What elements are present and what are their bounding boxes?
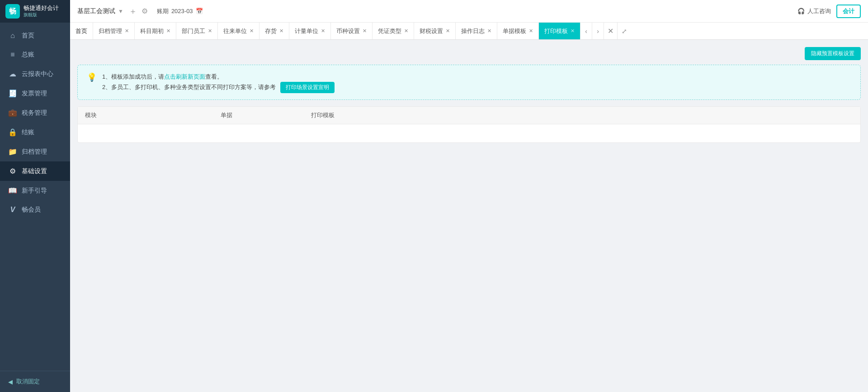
tab-home[interactable]: 首页 [70,23,93,40]
tab-inventory[interactable]: 存货 ✕ [259,23,289,40]
tab-inventory-close-icon[interactable]: ✕ [279,28,283,34]
info-line1-suffix: 查看。 [205,73,223,80]
tabs-prev-btn[interactable]: ‹ [580,23,592,40]
tab-print-template[interactable]: 打印模板 ✕ [539,23,580,40]
info-line2-prefix: 2、多员工、多打印机、多种业务类型设置不同打印方案等，请参考 [102,84,276,90]
main-area: 基层工会测试 ▼ ＋ ⚙ 账期 2023-03 📅 🎧 人工咨询 会计 首页 归… [70,0,868,392]
lightbulb-icon: 💡 [87,72,97,82]
sidebar-label-member: 畅会员 [22,206,41,214]
col-header-template: 打印模板 [304,111,860,119]
tab-dept-staff-label: 部门员工 [182,27,205,35]
sidebar-item-member[interactable]: V 畅会员 [0,200,70,219]
tab-archive-mgmt-label: 归档管理 [99,27,122,35]
ledger-icon: ≡ [8,51,17,59]
account-button[interactable]: 会计 [836,5,861,18]
col-header-single: 单据 [213,111,304,119]
tab-tax-close-icon[interactable]: ✕ [446,28,450,34]
sidebar-item-basic-settings[interactable]: ⚙ 基础设置 [0,161,70,181]
tab-contacts[interactable]: 往来单位 ✕ [218,23,259,40]
unpin-icon: ◀ [8,378,13,385]
sidebar-label-cloud: 云报表中心 [22,70,53,78]
topbar: 基层工会测试 ▼ ＋ ⚙ 账期 2023-03 📅 🎧 人工咨询 会计 [70,0,868,23]
company-name: 基层工会测试 [77,7,115,15]
invoice-icon: 🧾 [8,89,17,98]
info-line1: 1、模板添加成功后，请点击刷新新页面查看。 [102,71,335,82]
sidebar-nav: ⌂ 首页 ≡ 总账 ☁ 云报表中心 🧾 发票管理 💼 税务管理 🔒 结账 📁 归… [0,23,70,371]
sidebar-item-invoice[interactable]: 🧾 发票管理 [0,84,70,103]
tabs-bar: 首页 归档管理 ✕ 科目期初 ✕ 部门员工 ✕ 往来单位 ✕ 存货 ✕ 计量单位… [70,23,868,40]
tab-currency-close-icon[interactable]: ✕ [363,28,367,34]
print-scene-btn[interactable]: 打印场景设置宣明 [280,82,335,93]
service-label: 人工咨询 [807,7,831,15]
tab-dept-close-icon[interactable]: ✕ [208,28,212,34]
tab-single-close-icon[interactable]: ✕ [529,28,533,34]
archive-icon: 📁 [8,147,17,156]
sidebar-item-guide[interactable]: 📖 新手引导 [0,181,70,200]
tab-archive-mgmt[interactable]: 归档管理 ✕ [93,23,135,40]
tab-operation-log[interactable]: 操作日志 ✕ [456,23,497,40]
tab-voucher-type[interactable]: 凭证类型 ✕ [373,23,414,40]
tab-voucher-close-icon[interactable]: ✕ [404,28,408,34]
tab-unit[interactable]: 计量单位 ✕ [289,23,331,40]
tab-home-label: 首页 [75,27,87,35]
calendar-icon[interactable]: 📅 [196,8,203,14]
logo-icon: 畅 [5,4,20,19]
sidebar-footer-label: 取消固定 [16,378,40,386]
tab-dept-staff[interactable]: 部门员工 ✕ [176,23,218,40]
sidebar-logo: 畅 畅捷通好会计 旗舰版 [0,0,70,23]
tab-print-template-label: 打印模板 [544,27,568,35]
tab-currency[interactable]: 币种设置 ✕ [331,23,373,40]
action-top-row: 隐藏预置模板设置 [77,47,861,60]
tab-expand-btn[interactable]: ⤢ [618,23,631,40]
topbar-right: 🎧 人工咨询 会计 [797,5,861,18]
tab-print-close-icon[interactable]: ✕ [571,28,575,34]
tab-subject-close-icon[interactable]: ✕ [166,28,170,34]
tab-single-form-label: 单据模板 [503,27,526,35]
sidebar-item-archive[interactable]: 📁 归档管理 [0,142,70,161]
tab-operation-log-label: 操作日志 [461,27,485,35]
tab-unit-close-icon[interactable]: ✕ [321,28,325,34]
tab-currency-label: 币种设置 [336,27,360,35]
tabs-next-btn[interactable]: › [592,23,604,40]
period-display: 账期 2023-03 📅 [157,7,203,15]
tab-tax-settings[interactable]: 财税设置 ✕ [414,23,456,40]
print-template-table: 模块 单据 打印模板 [77,106,861,143]
info-box: 💡 1、模板添加成功后，请点击刷新新页面查看。 2、多员工、多打印机、多种业务类… [77,65,861,100]
tab-subject-period[interactable]: 科目期初 ✕ [135,23,176,40]
table-body [78,124,860,142]
tab-subject-period-label: 科目期初 [140,27,164,35]
sidebar-item-closing[interactable]: 🔒 结账 [0,123,70,142]
sidebar-label-tax: 税务管理 [22,109,47,117]
logo-subtitle: 旗舰版 [24,12,59,18]
logo-text-block: 畅捷通好会计 旗舰版 [24,5,59,19]
sidebar-item-home[interactable]: ⌂ 首页 [0,26,70,45]
sidebar-item-cloud-reports[interactable]: ☁ 云报表中心 [0,64,70,84]
tab-tax-settings-label: 财税设置 [420,27,443,35]
add-company-icon[interactable]: ＋ [129,6,137,17]
hide-template-btn[interactable]: 隐藏预置模板设置 [805,47,861,60]
period-value: 2023-03 [171,8,193,14]
guide-icon: 📖 [8,186,17,195]
home-icon: ⌂ [8,32,17,40]
account-label: 会计 [843,8,854,14]
tab-op-log-close-icon[interactable]: ✕ [487,28,491,34]
tab-single-form[interactable]: 单据模板 ✕ [497,23,539,40]
sidebar-label-invoice: 发票管理 [22,90,47,98]
settings-gear-icon[interactable]: ⚙ [142,7,148,15]
sidebar-item-tax[interactable]: 💼 税务管理 [0,103,70,123]
logo-title: 畅捷通好会计 [24,5,59,12]
tab-voucher-type-label: 凭证类型 [378,27,401,35]
tab-contacts-close-icon[interactable]: ✕ [250,28,254,34]
cloud-icon: ☁ [8,70,17,78]
tab-unit-label: 计量单位 [295,27,318,35]
sidebar-unpin-btn[interactable]: ◀ 取消固定 [0,371,70,392]
info-line1-link[interactable]: 点击刷新新页面 [164,73,205,80]
sidebar-label-archive: 归档管理 [22,148,47,156]
info-line1-prefix: 1、模板添加成功后，请 [102,73,164,80]
company-selector[interactable]: 基层工会测试 ▼ [77,7,123,15]
sidebar-item-ledger[interactable]: ≡ 总账 [0,45,70,64]
service-button[interactable]: 🎧 人工咨询 [797,7,831,15]
sidebar-label-basic-settings: 基础设置 [22,167,47,175]
tab-archive-close-icon[interactable]: ✕ [125,28,129,34]
tab-close-all-btn[interactable]: ✕ [604,23,618,40]
